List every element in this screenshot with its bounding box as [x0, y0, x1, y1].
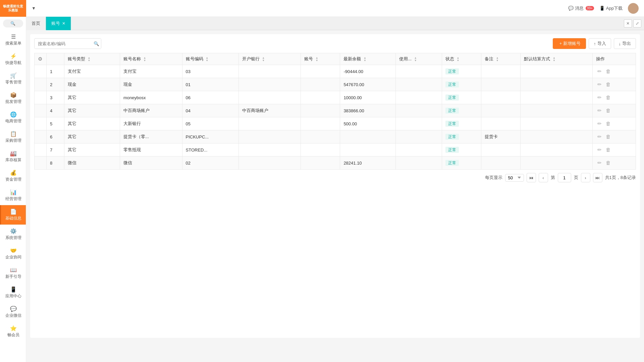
import-button[interactable]: ↑ 导入	[589, 38, 611, 49]
edit-button[interactable]: ✏	[596, 120, 603, 127]
cell-bank	[238, 130, 301, 143]
edit-button[interactable]: ✏	[596, 81, 603, 88]
sort-type-icon: ▲▼	[88, 57, 91, 62]
delete-button[interactable]: 🗑	[604, 68, 612, 75]
col-remark[interactable]: 备注 ▲▼	[481, 53, 521, 65]
tab-account[interactable]: 账号 ✕	[46, 17, 71, 30]
table-row: 2 现金 现金 01 547670.00 正常 ✏ 🗑	[35, 78, 636, 91]
col-name[interactable]: 账号名称 ▲▼	[120, 53, 182, 65]
cell-usage	[396, 157, 442, 170]
cell-default-settle	[521, 117, 593, 130]
cell-code: 01	[182, 78, 238, 91]
sort-bank-icon: ▲▼	[262, 57, 265, 62]
app-logo: 畅捷通财生意 乐惠版	[0, 0, 26, 17]
search-input[interactable]	[35, 39, 92, 48]
sidebar-item-label: 企业微信	[2, 313, 24, 318]
sidebar-item-inventory[interactable]: 🏭 库存核算	[0, 147, 26, 166]
cell-actions: ✏ 🗑	[593, 104, 636, 117]
sidebar-item-system-mgmt[interactable]: ⚙️ 系统管理	[0, 225, 26, 244]
col-default-settle[interactable]: 默认结算方式 ▲▼	[521, 53, 593, 65]
sidebar-item-purchase-mgmt[interactable]: 📋 采购管理	[0, 127, 26, 147]
last-page-btn[interactable]: ⏭	[593, 173, 602, 182]
sidebar-search[interactable]: 🔍	[3, 19, 23, 27]
cell-account-no	[301, 157, 340, 170]
sidebar-item-ecommerce-mgmt[interactable]: 🌐 电商管理	[0, 108, 26, 127]
delete-button[interactable]: 🗑	[604, 81, 612, 88]
page-input[interactable]	[558, 173, 571, 182]
col-code[interactable]: 账号编码 ▲▼	[182, 53, 238, 65]
cell-usage	[396, 78, 442, 91]
page-size-select[interactable]: 50 10 20 100	[505, 174, 524, 182]
tab-home[interactable]: 首页	[26, 17, 46, 30]
delete-button[interactable]: 🗑	[604, 133, 612, 140]
prev-page-btn[interactable]: ‹	[539, 173, 548, 182]
sidebar-item-wholesale-mgmt[interactable]: 📦 批发管理	[0, 88, 26, 108]
edit-button[interactable]: ✏	[596, 107, 603, 114]
cell-bank	[238, 91, 301, 104]
cell-settings	[35, 117, 47, 130]
app-download-btn[interactable]: 📱 App下载	[599, 5, 623, 11]
ecommerce-icon: 🌐	[2, 111, 24, 118]
table-row: 1 支付宝 支付宝 03 -90444.00 正常 ✏ 🗑	[35, 65, 636, 78]
settings-gear-icon[interactable]: ⚙	[38, 56, 42, 62]
delete-button[interactable]: 🗑	[604, 94, 612, 101]
tab-action-close[interactable]: ✕	[624, 19, 632, 27]
edit-button[interactable]: ✏	[596, 159, 603, 167]
cell-account-no	[301, 78, 340, 91]
export-button[interactable]: ↓ 导出	[614, 38, 636, 49]
search-button[interactable]: 🔍	[92, 39, 101, 49]
delete-button[interactable]: 🗑	[604, 146, 612, 153]
operations-icon: 📊	[2, 189, 24, 195]
app-center-icon: 📱	[2, 286, 24, 293]
cell-type: 微信	[64, 157, 120, 170]
sidebar-item-search-menu[interactable]: ☰ 搜索菜单	[0, 30, 26, 50]
total-pages-label: 共1页，8条记录	[605, 175, 636, 181]
sidebar-item-basic-info[interactable]: 📄 基础信息	[0, 205, 26, 225]
col-bank[interactable]: 开户银行 ▲▼	[238, 53, 301, 65]
sidebar-item-label: 系统管理	[2, 235, 24, 241]
col-settings[interactable]: ⚙	[35, 53, 47, 65]
cell-bank: 中百商场账户	[238, 104, 301, 117]
next-page-btn[interactable]: ›	[581, 173, 590, 182]
basic-info-icon: 📄	[2, 208, 24, 215]
sidebar-item-quick-nav[interactable]: ⚡ 快捷导航	[0, 50, 26, 69]
cell-code: PICKUPC...	[182, 130, 238, 143]
sidebar-item-finance-mgmt[interactable]: 💰 资金管理	[0, 166, 26, 186]
table-row: 6 其它 提货卡（零... PICKUPC... 正常 提货卡 ✏ 🗑	[35, 130, 636, 143]
sidebar-item-operations-mgmt[interactable]: 📊 经营管理	[0, 186, 26, 205]
first-page-btn[interactable]: ⏮	[527, 173, 536, 182]
tab-close-icon[interactable]: ✕	[62, 21, 65, 26]
col-actions: 操作	[593, 53, 636, 65]
col-account-no[interactable]: 账号 ▲▼	[301, 53, 340, 65]
edit-button[interactable]: ✏	[596, 68, 603, 75]
edit-button[interactable]: ✏	[596, 94, 603, 101]
account-table: ⚙ 账号类型 ▲▼ 账号名称 ▲▼ 账号编码 ▲▼	[34, 53, 636, 170]
sidebar-item-vip-member[interactable]: ⭐ 畅会员	[0, 322, 26, 341]
message-btn[interactable]: 💬 消息 99+	[568, 5, 594, 11]
sidebar-item-enterprise-agreement[interactable]: 🤝 企业协同	[0, 244, 26, 263]
add-account-button[interactable]: + 新增账号	[553, 38, 586, 49]
edit-button[interactable]: ✏	[596, 133, 603, 140]
user-avatar[interactable]	[628, 3, 639, 14]
sidebar-item-enterprise-wechat[interactable]: 💬 企业微信	[0, 302, 26, 322]
delete-button[interactable]: 🗑	[604, 107, 612, 114]
col-status[interactable]: 状态 ▲▼	[442, 53, 481, 65]
table-row: 7 其它 零售抵现 STORED... 正常 ✏ 🗑	[35, 143, 636, 157]
cell-name: 微信	[120, 157, 182, 170]
cell-actions: ✏ 🗑	[593, 91, 636, 104]
col-usage[interactable]: 使用... ▲▼	[396, 53, 442, 65]
sidebar-item-retail-mgmt[interactable]: 🛒 零售管理	[0, 69, 26, 88]
edit-button[interactable]: ✏	[596, 146, 603, 154]
tab-action-expand[interactable]: ⤢	[633, 19, 641, 27]
table-row: 5 其它 大新银行 05 500.00 正常 ✏ 🗑	[35, 117, 636, 130]
col-balance[interactable]: 最新余额 ▲▼	[340, 53, 396, 65]
col-type[interactable]: 账号类型 ▲▼	[64, 53, 120, 65]
cell-status: 正常	[442, 65, 481, 78]
sidebar-item-app-center[interactable]: 📱 应用中心	[0, 283, 26, 302]
sidebar-item-new-user-guide[interactable]: 📖 新手引导	[0, 263, 26, 283]
status-badge: 正常	[445, 134, 459, 140]
delete-button[interactable]: 🗑	[604, 120, 612, 127]
header-dropdown[interactable]: ▼	[32, 6, 36, 11]
cell-usage	[396, 143, 442, 157]
delete-button[interactable]: 🗑	[604, 159, 612, 166]
